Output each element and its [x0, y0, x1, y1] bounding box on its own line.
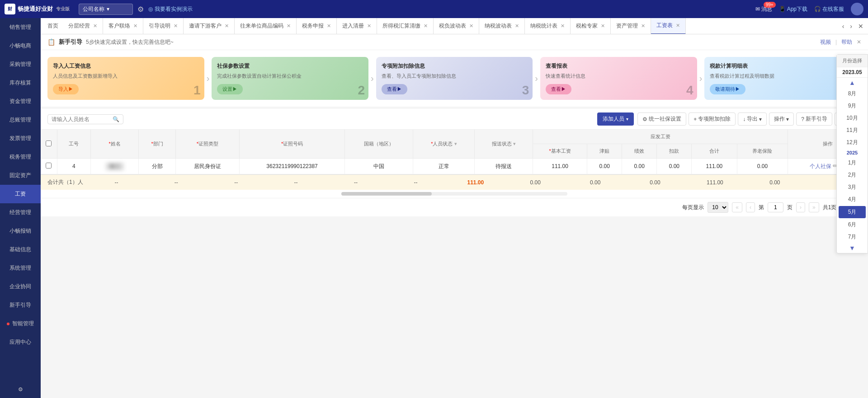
add-person-button[interactable]: 添加人员 ▾ — [597, 112, 634, 126]
tab-税务申报[interactable]: 税务申报 ✕ — [297, 18, 337, 34]
tab-往来单位商品编码[interactable]: 往来单位商品编码 ✕ — [235, 18, 297, 34]
first-page-button[interactable]: « — [732, 202, 742, 212]
sidebar-item-ai[interactable]: 智能管理 — [0, 314, 41, 333]
scroll-thumb[interactable] — [341, 192, 432, 196]
filter-icon[interactable]: ▾ — [454, 141, 457, 146]
user-avatar[interactable] — [851, 3, 863, 15]
tab-home[interactable]: 首页 — [43, 19, 63, 33]
tab-所得税汇算清缴[interactable]: 所得税汇算清缴 ✕ — [377, 18, 434, 34]
guide-close-button[interactable]: ✕ — [857, 39, 861, 45]
search-wrap[interactable]: 🔍 — [47, 114, 123, 124]
month-item-7[interactable]: 7月 — [837, 231, 868, 243]
sidebar-item-settings[interactable]: ⚙ — [0, 381, 41, 398]
month-up-button[interactable]: ▲ — [849, 79, 855, 86]
tab-close-纳税统计表[interactable]: ✕ — [561, 23, 565, 29]
current-page-input[interactable] — [768, 202, 783, 212]
tab-close-资产管理[interactable]: ✕ — [641, 23, 645, 29]
tab-分层经营[interactable]: 分层经营 ✕ — [63, 18, 103, 34]
step-1-button[interactable]: 导入▶ — [53, 84, 79, 94]
tab-close-客户联络[interactable]: ✕ — [133, 23, 137, 29]
operations-button[interactable]: 操作 ▾ — [769, 112, 794, 126]
online-service-button[interactable]: 🎧 在线客服 — [814, 5, 844, 13]
message-button[interactable]: ✉ 消息 99+ — [755, 5, 772, 13]
tab-prev-button[interactable]: ‹ — [840, 22, 847, 31]
step-2-button[interactable]: 设置▶ — [217, 84, 243, 94]
tab-close-所得税汇算清缴[interactable]: ✕ — [424, 23, 428, 29]
sidebar-item-system[interactable]: 系统管理 — [0, 259, 41, 277]
step-5-button[interactable]: 敬请期待▶ — [710, 84, 745, 94]
tab-close-all-button[interactable]: ✕ — [856, 22, 866, 31]
tab-客户联络[interactable]: 客户联络 ✕ — [103, 18, 143, 34]
sidebar-item-guide[interactable]: 新手引导 — [0, 296, 41, 314]
sidebar-item-sales[interactable]: 销售管理 — [0, 18, 41, 37]
sidebar-item-cooperation[interactable]: 企业协同 — [0, 277, 41, 296]
tab-next-button[interactable]: › — [848, 22, 854, 31]
month-item-1[interactable]: 1月 — [837, 157, 868, 169]
month-item-12[interactable]: 12月 — [837, 136, 868, 149]
sidebar-item-expense[interactable]: 小畅报销 — [0, 222, 41, 240]
prev-page-button[interactable]: ‹ — [746, 202, 755, 212]
horizontal-scrollbar[interactable] — [41, 190, 868, 198]
month-item-9[interactable]: 9月 — [837, 100, 868, 112]
guide-help-link[interactable]: 帮助 — [841, 38, 852, 46]
month-item-11[interactable]: 11月 — [837, 124, 868, 136]
tab-工资表[interactable]: 工资表 ✕ — [651, 18, 686, 34]
next-page-button[interactable]: › — [796, 202, 805, 212]
company-selector[interactable]: 公司名称 ▾ — [79, 4, 133, 15]
month-item-10[interactable]: 10月 — [837, 112, 868, 124]
tab-close-纳税波动表[interactable]: ✕ — [515, 23, 519, 29]
settings-button[interactable]: ⚙ — [137, 5, 144, 14]
sidebar-item-app-center[interactable]: 应用中心 — [0, 333, 41, 351]
sidebar-item-basic-info[interactable]: 基础信息 — [0, 240, 41, 259]
tab-资产管理[interactable]: 资产管理 ✕ — [611, 18, 651, 34]
guide-button[interactable]: ? 新手引导 — [796, 112, 832, 126]
scroll-track[interactable] — [341, 192, 567, 196]
step-3-button[interactable]: 查看▶ — [382, 84, 407, 94]
sidebar-item-payroll[interactable]: 工资 — [0, 185, 41, 203]
tab-税负波动表[interactable]: 税负波动表 ✕ — [434, 18, 479, 34]
sidebar-item-assets[interactable]: 固定资产 — [0, 166, 41, 185]
social-security-button[interactable]: ⚙ 统一社保设置 — [637, 112, 686, 126]
sidebar-item-operations[interactable]: 经营管理 — [0, 203, 41, 222]
month-item-4[interactable]: 4月 — [837, 193, 868, 206]
tab-邀请下游客户[interactable]: 邀请下游客户 ✕ — [184, 18, 235, 34]
app-download-button[interactable]: 📱 App下载 — [779, 5, 807, 13]
select-all-checkbox[interactable] — [46, 140, 52, 146]
tab-close-邀请下游客户[interactable]: ✕ — [225, 23, 229, 29]
tab-close-引导说明[interactable]: ✕ — [174, 23, 178, 29]
export-button[interactable]: ↓ 导出 ▾ — [738, 112, 767, 126]
month-item-8[interactable]: 8月 — [837, 88, 868, 100]
tab-close-分层经营[interactable]: ✕ — [93, 23, 97, 29]
tab-close-进入清册[interactable]: ✕ — [367, 23, 371, 29]
tab-进入清册[interactable]: 进入清册 ✕ — [337, 18, 377, 34]
month-item-5[interactable]: 5月 — [839, 206, 866, 218]
demo-link[interactable]: ◎ 我要看实例演示 — [148, 5, 193, 13]
filter-icon-2[interactable]: ▾ — [513, 141, 516, 146]
sidebar-item-purchase[interactable]: 采购管理 — [0, 55, 41, 74]
month-item-3[interactable]: 3月 — [837, 181, 868, 193]
personal-social-security-button[interactable]: 个人社保 — [810, 163, 831, 170]
sidebar-item-ledger[interactable]: 总账管理 — [0, 111, 41, 129]
sidebar-item-inventory[interactable]: 库存核算 — [0, 74, 41, 92]
sidebar-item-tax[interactable]: 税务管理 — [0, 148, 41, 166]
tab-税检专家[interactable]: 税检专家 ✕ — [571, 18, 611, 34]
tab-close-往来单位商品编码[interactable]: ✕ — [287, 23, 291, 29]
sidebar-item-ecommerce[interactable]: 小畅电商 — [0, 37, 41, 55]
sidebar-item-invoice[interactable]: 发票管理 — [0, 129, 41, 148]
tab-close-工资表[interactable]: ✕ — [676, 23, 680, 28]
row-checkbox[interactable] — [46, 163, 52, 169]
sidebar-item-finance[interactable]: 资金管理 — [0, 92, 41, 111]
last-page-button[interactable]: » — [809, 202, 819, 212]
page-size-select[interactable]: 10 20 50 — [708, 202, 728, 213]
guide-video-link[interactable]: 视频 — [820, 38, 831, 46]
tab-纳税统计表[interactable]: 纳税统计表 ✕ — [525, 18, 571, 34]
month-item-2[interactable]: 2月 — [837, 169, 868, 181]
tab-close-税检专家[interactable]: ✕ — [601, 23, 605, 29]
month-item-6[interactable]: 6月 — [837, 219, 868, 231]
tab-引导说明[interactable]: 引导说明 ✕ — [143, 18, 184, 34]
month-down-button[interactable]: ▼ — [849, 244, 855, 252]
special-deduction-button[interactable]: + 专项附加扣除 — [689, 112, 736, 126]
step-4-button[interactable]: 查看▶ — [546, 84, 571, 94]
search-input[interactable] — [52, 116, 110, 122]
tab-纳税波动表[interactable]: 纳税波动表 ✕ — [479, 18, 525, 34]
